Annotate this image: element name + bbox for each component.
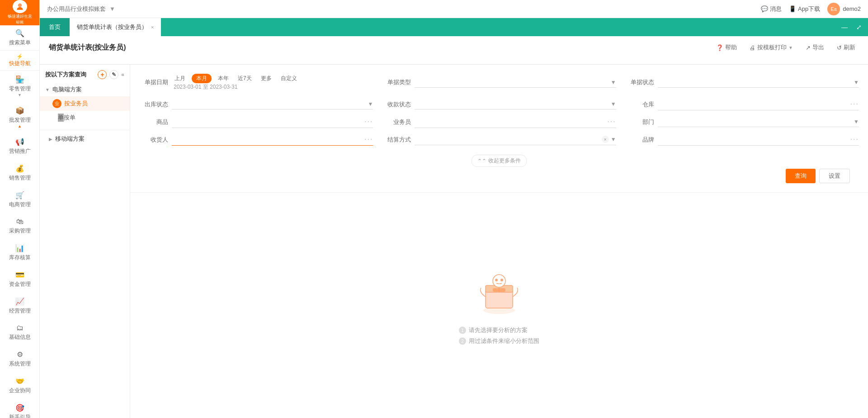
date-control[interactable]: 上月 本月 本年 近7天 更多 自定义 2023-03-01 至 2023-03… — [172, 72, 373, 93]
doc-status-label: 单据状态 — [625, 78, 658, 86]
out-status-label: 出库状态 — [139, 100, 172, 109]
settlement-control[interactable]: × ▼ — [415, 134, 616, 145]
salesman-dots[interactable]: ··· — [607, 118, 616, 126]
message-btn[interactable]: 💬 消息 — [761, 5, 782, 13]
tab-close-btn[interactable]: × — [151, 24, 154, 30]
collapse-panel-btn[interactable]: « — [121, 71, 124, 78]
retail-icon: 🏪 — [15, 75, 24, 84]
print-btn[interactable]: 🖨 按模板打印 ▼ — [746, 42, 797, 53]
consignee-control[interactable]: ··· — [172, 133, 373, 146]
edit-scheme-btn[interactable]: ✎ — [109, 70, 118, 79]
tree-item-order[interactable]: 单 按单 — [40, 111, 130, 124]
date-tab-more[interactable]: 更多 — [258, 74, 274, 83]
salesman-scheme-icon: 业 — [52, 99, 61, 108]
collapse-label: 收起更多条件 — [488, 157, 521, 165]
page-header-wrapper: 销货单统计表(按业务员) ❓ 帮助 🖨 按模板打印 ▼ ↗ 导出 — [40, 36, 868, 65]
sidebar-item-enterprise[interactable]: 🤝 企业协同 — [0, 372, 39, 399]
add-scheme-btn[interactable]: + — [98, 70, 107, 79]
warehouse-dots[interactable]: ··· — [850, 100, 859, 108]
tab-collapse-btn[interactable]: — — [839, 22, 850, 33]
newbie-label: 新手引导 — [9, 413, 31, 418]
consignee-dots[interactable]: ··· — [364, 135, 373, 143]
export-btn[interactable]: ↗ 导出 — [802, 42, 828, 53]
sidebar-item-inventory[interactable]: 📊 库存核算 — [0, 239, 39, 266]
tab-sales-stats[interactable]: 销货单统计表（按业务员） × — [70, 18, 161, 36]
warehouse-control[interactable]: ··· — [658, 98, 859, 110]
receipt-status-control[interactable]: ▼ — [415, 99, 616, 109]
goods-control[interactable]: ··· — [172, 116, 373, 128]
tree-pc-header[interactable]: ▼ 电脑端方案 — [40, 83, 130, 96]
order-scheme-icon: 单 — [58, 114, 64, 122]
export-icon: ↗ — [806, 44, 811, 51]
app-download-label: App下载 — [798, 5, 820, 13]
dept-control[interactable]: ▼ — [658, 117, 859, 127]
svg-point-7 — [495, 279, 498, 281]
system-label: 系统管理 — [9, 360, 31, 368]
panel-divider — [40, 130, 130, 130]
sidebar-item-operations[interactable]: 📈 经营管理 — [0, 293, 39, 319]
warehouse-field: 仓库 ··· — [625, 98, 859, 110]
date-tab-7days[interactable]: 近7天 — [235, 74, 255, 83]
topbar-dropdown[interactable]: ▼ — [109, 5, 115, 12]
left-panel-header: 按以下方案查询 + ✎ « — [40, 70, 130, 83]
sidebar-item-sales[interactable]: 💰 销售管理 — [0, 160, 39, 186]
brand-dots[interactable]: ··· — [850, 135, 859, 143]
sidebar-item-retail[interactable]: 🏪 零售管理 ▼ — [0, 71, 39, 102]
brand-control[interactable]: ··· — [658, 133, 859, 146]
salesman-control[interactable]: ··· — [415, 116, 616, 128]
tab-home[interactable]: 首页 — [40, 18, 70, 36]
out-status-control[interactable]: ▼ — [172, 99, 373, 109]
sidebar-item-ecommerce[interactable]: 🛒 电商管理 — [0, 186, 39, 213]
date-field: 单据日期 上月 本月 本年 近7天 更多 自定义 20 — [139, 72, 373, 93]
sidebar-item-basic[interactable]: 🗂 基础信息 — [0, 319, 39, 346]
salesman-scheme-label: 按业务员 — [64, 100, 88, 108]
doc-type-control[interactable]: ▼ — [415, 77, 616, 88]
operations-icon: 📈 — [15, 297, 24, 306]
sidebar-item-system[interactable]: ⚙ 系统管理 — [0, 346, 39, 372]
user-menu[interactable]: Ea demo2 — [827, 3, 861, 15]
sidebar-item-purchase[interactable]: 🛍 采购管理 — [0, 213, 39, 239]
help-btn[interactable]: ❓ 帮助 — [712, 42, 741, 53]
sidebar-item-newbie[interactable]: 🎯 新手引导 — [0, 399, 39, 418]
tree-mobile-header[interactable]: ▶ 移动端方案 — [40, 132, 130, 146]
filter-row-4: 收货人 ··· 结算方式 × ▼ — [139, 133, 859, 146]
dept-arrow: ▼ — [854, 119, 859, 125]
app-download-icon: 📱 — [789, 5, 796, 12]
search-icon: 🔍 — [15, 29, 24, 38]
filter-section: 单据日期 上月 本月 本年 近7天 更多 自定义 20 — [130, 65, 868, 193]
filter-row-2: 出库状态 ▼ 收款状态 ▼ — [139, 98, 859, 110]
main-area: 办公用品行业模拟账套 ▼ 💬 消息 📱 App下载 Ea demo2 首页 — [40, 0, 868, 418]
purchase-label: 采购管理 — [9, 227, 31, 235]
sidebar-item-wholesale[interactable]: 📦 批发管理 ▲ — [0, 102, 39, 133]
collapse-filters-btn[interactable]: ⌃⌃ 收起更多条件 — [472, 155, 527, 167]
tab-fullscreen-btn[interactable]: ⤢ — [854, 22, 864, 33]
sidebar-item-marketing[interactable]: 📢 营销推广 — [0, 133, 39, 160]
receipt-status-field: 收款状态 ▼ — [382, 98, 616, 110]
enterprise-label: 企业协同 — [9, 387, 31, 394]
refresh-btn[interactable]: ↺ 刷新 — [833, 42, 859, 53]
date-tab-thisyear[interactable]: 本年 — [215, 74, 231, 83]
goods-dots[interactable]: ··· — [364, 118, 373, 126]
tab-sales-stats-label: 销货单统计表（按业务员） — [77, 23, 147, 31]
sidebar-item-finance[interactable]: 💳 资金管理 — [0, 266, 39, 293]
doc-status-arrow: ▼ — [854, 79, 859, 86]
setting-btn[interactable]: 设置 — [819, 169, 850, 183]
print-label: 按模板打印 — [757, 43, 787, 52]
collapse-row: ⌃⌃ 收起更多条件 — [139, 151, 859, 169]
settlement-clear-btn[interactable]: × — [602, 136, 609, 143]
doc-type-field: 单据类型 ▼ — [382, 72, 616, 93]
date-tab-custom[interactable]: 自定义 — [278, 74, 300, 83]
newbie-icon: 🎯 — [15, 404, 24, 412]
sidebar-quicknav[interactable]: ⚡ 快捷导航 — [0, 51, 39, 71]
tree-item-salesman[interactable]: 业 按业务员 — [40, 96, 130, 111]
date-tab-lastmonth[interactable]: 上月 — [172, 74, 188, 83]
wholesale-arrow: ▲ — [18, 124, 22, 128]
sidebar-search[interactable]: 🔍 搜索菜单 — [0, 25, 39, 51]
app-download-btn[interactable]: 📱 App下载 — [789, 5, 820, 13]
doc-status-control[interactable]: ▼ — [658, 77, 859, 88]
date-tab-thismonth[interactable]: 本月 — [192, 74, 212, 83]
doc-status-field: 单据状态 ▼ — [625, 72, 859, 93]
sales-icon: 💰 — [15, 164, 24, 173]
query-btn[interactable]: 查询 — [786, 169, 816, 183]
topbar-left: 办公用品行业模拟账套 ▼ — [47, 5, 115, 13]
